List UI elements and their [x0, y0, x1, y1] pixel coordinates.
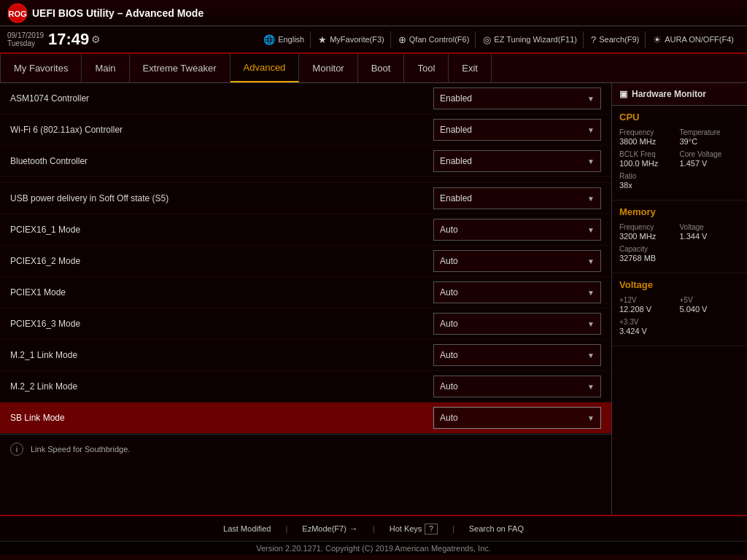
chevron-down-icon: ▼	[587, 383, 595, 391]
myfavorite-button[interactable]: ★ MyFavorite(F3)	[312, 31, 391, 48]
setting-label-pciex16-3: PCIEX16_3 Mode	[10, 319, 433, 329]
footer-bar: Last Modified | EzMode(F7) → | Hot Keys …	[0, 515, 747, 541]
setting-row-pciex16-1[interactable]: PCIEX16_1 Mode Auto ▼	[0, 214, 611, 246]
dropdown-wifi6[interactable]: Enabled ▼	[433, 119, 601, 141]
setting-row-pciex1[interactable]: PCIEX1 Mode Auto ▼	[0, 277, 611, 308]
hw-cpu-bclk-voltage-row: BCLK Freq 100.0 MHz Core Voltage 1.457 V	[619, 150, 740, 168]
nav-tool[interactable]: Tool	[404, 54, 449, 82]
aura-button[interactable]: ☀ AURA ON/OFF(F4)	[647, 31, 740, 48]
time-display: 17:49	[48, 31, 89, 47]
hot-keys-label: Hot Keys	[390, 524, 422, 533]
hw-volt-12v-label: +12V	[619, 296, 680, 304]
nav-monitor[interactable]: Monitor	[299, 54, 357, 82]
chevron-down-icon: ▼	[587, 351, 595, 359]
setting-row-pciex16-3[interactable]: PCIEX16_3 Mode Auto ▼	[0, 308, 611, 340]
footer-divider-3: |	[452, 524, 454, 533]
hw-mem-freq-volt-row: Frequency 3200 MHz Voltage 1.344 V	[619, 223, 740, 241]
english-label: English	[278, 35, 304, 44]
setting-row-bluetooth[interactable]: Bluetooth Controller Enabled ▼	[0, 146, 611, 177]
dropdown-asm1074[interactable]: Enabled ▼	[433, 88, 601, 109]
svg-text:ROG: ROG	[8, 9, 26, 18]
dropdown-value-pciex16-1: Auto	[440, 225, 458, 235]
hw-cpu-ratio-value: 38x	[619, 181, 680, 190]
nav-exit[interactable]: Exit	[449, 54, 492, 82]
setting-row-asm1074[interactable]: ASM1074 Controller Enabled ▼	[0, 83, 611, 114]
hw-volt-12v-col: +12V 12.208 V	[619, 296, 680, 314]
hw-cpu-frequency-col: Frequency 3800 MHz	[619, 128, 680, 146]
star-icon: ★	[318, 34, 327, 45]
nav-boot[interactable]: Boot	[358, 54, 405, 82]
dropdown-value-m2-1-link: Auto	[440, 350, 458, 360]
dropdown-pciex1[interactable]: Auto ▼	[433, 281, 601, 303]
nav-extreme-tweaker[interactable]: Extreme Tweaker	[130, 54, 231, 82]
setting-row-pciex16-2[interactable]: PCIEX16_2 Mode Auto ▼	[0, 246, 611, 277]
header-bar: ROG UEFI BIOS Utility – Advanced Mode	[0, 0, 747, 26]
eztuning-button[interactable]: ◎ EZ Tuning Wizard(F11)	[477, 31, 584, 48]
hw-cpu-section: CPU Frequency 3800 MHz Temperature 39°C …	[612, 106, 747, 201]
hw-mem-capacity-col: Capacity 32768 MB	[619, 245, 680, 262]
setting-label-pciex1: PCIEX1 Mode	[10, 287, 433, 298]
hw-mem-freq-value: 3200 MHz	[619, 232, 680, 241]
dropdown-value-m2-2-link: Auto	[440, 381, 458, 392]
hw-cpu-ratio-label: Ratio	[619, 172, 680, 180]
hw-cpu-corevolt-col: Core Voltage 1.457 V	[680, 150, 740, 168]
myfavorite-label: MyFavorite(F3)	[330, 35, 384, 44]
chevron-down-icon: ▼	[587, 289, 595, 297]
hw-cpu-bclk-label: BCLK Freq	[619, 150, 680, 158]
dropdown-value-sb-link: Auto	[440, 413, 458, 423]
setting-label-asm1074: ASM1074 Controller	[10, 93, 433, 104]
dropdown-usb-power[interactable]: Enabled ▼	[433, 187, 601, 209]
hw-volt-33v-row: +3.3V 3.424 V	[619, 318, 740, 335]
qfan-button[interactable]: ⊕ Qfan Control(F6)	[392, 31, 476, 48]
setting-label-pciex16-2: PCIEX16_2 Mode	[10, 256, 433, 266]
search-faq-link[interactable]: Search on FAQ	[469, 524, 524, 533]
nav-advanced[interactable]: Advanced	[231, 54, 300, 82]
nav-main[interactable]: Main	[82, 54, 129, 82]
setting-control-pciex16-2: Auto ▼	[433, 250, 601, 272]
setting-row-wifi6[interactable]: Wi-Fi 6 (802.11ax) Controller Enabled ▼	[0, 114, 611, 146]
setting-row-m2-2-link[interactable]: M.2_2 Link Mode Auto ▼	[0, 371, 611, 402]
setting-control-asm1074: Enabled ▼	[433, 88, 601, 109]
dropdown-bluetooth[interactable]: Enabled ▼	[433, 150, 601, 172]
dropdown-sb-link[interactable]: Auto ▼	[433, 407, 601, 429]
chevron-down-icon: ▼	[587, 257, 595, 265]
dropdown-pciex16-1[interactable]: Auto ▼	[433, 219, 601, 241]
ez-mode-button[interactable]: EzMode(F7) →	[302, 524, 358, 534]
hot-keys-key: ?	[425, 524, 438, 534]
hw-cpu-ratio-row: Ratio 38x	[619, 172, 740, 190]
hw-volt-5v-col: +5V 5.040 V	[680, 296, 740, 314]
dropdown-pciex16-3[interactable]: Auto ▼	[433, 313, 601, 335]
english-button[interactable]: 🌐 English	[258, 31, 311, 48]
dropdown-value-wifi6: Enabled	[440, 125, 472, 135]
monitor-icon: ▣	[619, 89, 627, 99]
copyright-bar: Version 2.20.1271. Copyright (C) 2019 Am…	[0, 541, 747, 555]
dropdown-m2-1-link[interactable]: Auto ▼	[433, 344, 601, 366]
setting-row-sb-link[interactable]: SB Link Mode Auto ▼	[0, 402, 611, 434]
setting-label-usb-power: USB power delivery in Soft Off state (S5…	[10, 193, 433, 203]
dropdown-pciex16-2[interactable]: Auto ▼	[433, 250, 601, 272]
hot-keys-button[interactable]: Hot Keys ?	[390, 524, 438, 534]
setting-label-sb-link: SB Link Mode	[10, 413, 433, 423]
hw-cpu-corevolt-label: Core Voltage	[680, 150, 740, 158]
setting-control-pciex1: Auto ▼	[433, 281, 601, 303]
setting-row-usb-power[interactable]: USB power delivery in Soft Off state (S5…	[0, 183, 611, 214]
app-title: UEFI BIOS Utility – Advanced Mode	[32, 7, 204, 19]
hw-cpu-temp-col: Temperature 39°C	[680, 128, 740, 146]
setting-control-m2-2-link: Auto ▼	[433, 376, 601, 397]
search-button[interactable]: ? Search(F9)	[585, 31, 646, 48]
hw-mem-volt-col: Voltage 1.344 V	[680, 223, 740, 241]
nav-my-favorites[interactable]: My Favorites	[0, 54, 82, 82]
last-modified-link[interactable]: Last Modified	[223, 524, 271, 533]
fan-icon: ⊕	[398, 34, 406, 45]
setting-row-m2-1-link[interactable]: M.2_1 Link Mode Auto ▼	[0, 340, 611, 371]
setting-label-m2-1-link: M.2_1 Link Mode	[10, 350, 433, 360]
hw-cpu-title: CPU	[619, 112, 740, 122]
settings-icon[interactable]: ⚙	[91, 34, 101, 45]
hw-cpu-ratio-col: Ratio 38x	[619, 172, 680, 190]
rog-logo-icon: ROG	[7, 3, 28, 23]
hw-memory-section: Memory Frequency 3200 MHz Voltage 1.344 …	[612, 201, 747, 273]
dropdown-m2-2-link[interactable]: Auto ▼	[433, 376, 601, 397]
settings-panel: ASM1074 Controller Enabled ▼ Wi-Fi 6 (80…	[0, 83, 611, 515]
setting-control-wifi6: Enabled ▼	[433, 119, 601, 141]
hw-monitor-title: ▣ Hardware Monitor	[612, 83, 747, 106]
